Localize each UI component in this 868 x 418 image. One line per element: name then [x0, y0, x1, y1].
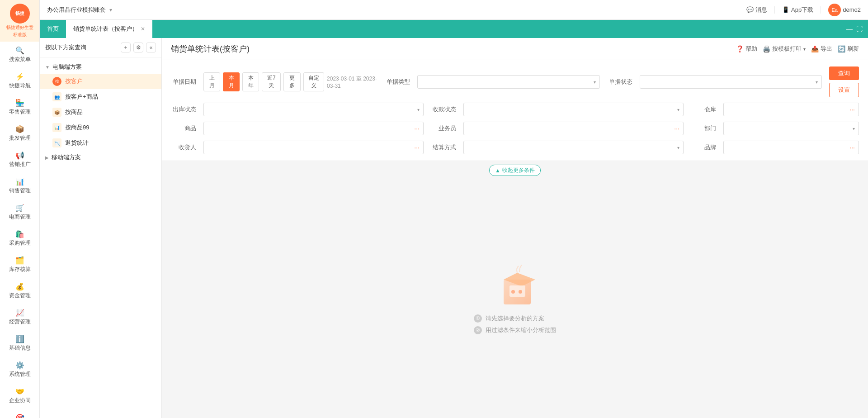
out-status-select[interactable]: ▾	[203, 103, 424, 116]
settings-scheme-button[interactable]: ⚙	[133, 43, 143, 52]
collapse-more-button[interactable]: ▲ 收起更多条件	[489, 165, 541, 176]
sidebar-item-wholesale[interactable]: 📦 批发管理	[0, 120, 39, 147]
sidebar-item-shortcut[interactable]: ⚡ 快捷导航	[0, 68, 39, 94]
tree-item-by-product99[interactable]: 📊 按商品99	[40, 120, 161, 135]
sidebar-item-label: 零售管理	[9, 108, 31, 116]
tab-sales-stats-label: 销货单统计表（按客户）	[73, 25, 138, 33]
date-btn-last-month[interactable]: 上月	[203, 72, 220, 91]
help-button[interactable]: ❓ 帮助	[736, 45, 757, 53]
collapse-up-icon: ▲	[495, 167, 500, 174]
sidebar-item-retail[interactable]: 🏪 零售管理	[0, 94, 39, 120]
sidebar-logo: 畅捷 畅捷通好生意 标准版	[0, 0, 39, 42]
brand-select[interactable]: ···	[723, 141, 859, 154]
tree-item-by-customer[interactable]: 按 按客户	[40, 74, 161, 89]
ecommerce-icon: 🛒	[15, 204, 24, 212]
header-divider2	[821, 6, 821, 14]
collapse-bar: ▲ 收起更多条件	[162, 161, 868, 180]
doc-status-label: 单据状态	[607, 78, 632, 86]
receipt-status-select[interactable]: ▾	[463, 103, 684, 116]
header-dropdown-arrow[interactable]: ▾	[109, 7, 112, 13]
template-print-button[interactable]: 🖨️ 按模板打印 ▾	[763, 45, 806, 53]
export-button[interactable]: 📤 导出	[811, 45, 832, 53]
sidebar-item-sales[interactable]: 📊 销售管理	[0, 173, 39, 199]
tree-item-label: 退货统计	[65, 139, 89, 147]
tab-bar-maximize-icon[interactable]: ⛶	[856, 25, 863, 33]
tab-home[interactable]: 首页	[40, 20, 66, 38]
doc-status-select[interactable]: ▾	[640, 75, 822, 89]
sidebar-item-enterprise[interactable]: 🤝 企业协同	[0, 383, 39, 409]
consignee-dots-icon[interactable]: ···	[414, 144, 420, 151]
date-range-display: 2023-03-01 至 2023-03-31	[327, 75, 377, 89]
app-download-button[interactable]: 📱 App下载	[782, 6, 813, 14]
help-icon: ❓	[736, 45, 744, 52]
collapse-panel-button[interactable]: «	[146, 43, 156, 52]
query-button[interactable]: 查询	[829, 66, 859, 80]
sidebar-item-marketing[interactable]: 📢 营销推广	[0, 147, 39, 173]
payment-label: 结算方式	[431, 143, 456, 152]
header-right: 💬 消息 📱 App下载 Ea demo2	[746, 4, 861, 16]
operation-icon: 📈	[15, 309, 24, 317]
doc-type-dropdown-icon: ▾	[594, 80, 596, 85]
filter-row-3: 商品 ··· 业务员 ··· 部门 ▾	[171, 122, 859, 135]
sidebar-item-newbie[interactable]: 🎯 新手引导	[0, 409, 39, 418]
date-btn-this-year[interactable]: 本年	[242, 72, 259, 91]
tab-bar: 首页 销货单统计表（按客户） ✕ — ⛶	[40, 20, 868, 38]
sidebar-item-inventory[interactable]: 🗂️ 库存核算	[0, 252, 39, 278]
tree-item-return-stats[interactable]: 📉 退货统计	[40, 135, 161, 151]
date-btn-this-month[interactable]: 本月	[223, 72, 240, 91]
tab-sales-stats[interactable]: 销货单统计表（按客户） ✕	[66, 20, 152, 38]
sidebar-item-basic[interactable]: ℹ️ 基础信息	[0, 330, 39, 356]
date-btn-more[interactable]: 更多	[283, 72, 300, 91]
refresh-button[interactable]: 🔄 刷新	[838, 45, 859, 53]
page-title-bar: 销货单统计表(按客户) ❓ 帮助 🖨️ 按模板打印 ▾ 📤 导出	[162, 38, 868, 60]
date-btn-custom[interactable]: 自定义	[303, 72, 325, 91]
filter-row-4: 收货人 ··· 结算方式 ▾ 品牌 ···	[171, 141, 859, 154]
warehouse-label: 仓库	[691, 105, 716, 114]
tree-desktop-parent[interactable]: ▼ 电脑端方案	[40, 60, 161, 74]
sidebar-item-label: 企业协同	[9, 397, 31, 404]
tree-item-by-product[interactable]: 📦 按商品	[40, 104, 161, 120]
out-status-label: 出库状态	[171, 105, 196, 114]
sidebar-item-operation[interactable]: 📈 经营管理	[0, 304, 39, 330]
warehouse-dots-icon[interactable]: ···	[849, 106, 855, 113]
by-product99-icon: 📊	[52, 123, 61, 132]
logo-icon: 畅捷	[10, 4, 30, 24]
sidebar-item-ecommerce[interactable]: 🛒 电商管理	[0, 199, 39, 225]
sidebar-item-finance[interactable]: 💰 资金管理	[0, 278, 39, 304]
sidebar-item-label: 采购管理	[9, 239, 31, 247]
sidebar-item-label: 电商管理	[9, 213, 31, 221]
doc-type-select[interactable]: ▾	[417, 75, 599, 89]
tree-item-label: 按客户+商品	[65, 93, 98, 101]
tree-item-by-customer-product[interactable]: 👥 按客户+商品	[40, 89, 161, 104]
user-profile[interactable]: Ea demo2	[828, 4, 861, 16]
product-select[interactable]: ···	[203, 122, 424, 135]
payment-select[interactable]: ▾	[463, 141, 684, 154]
message-label: 消息	[755, 6, 767, 14]
warehouse-select[interactable]: ···	[723, 103, 859, 116]
tab-bar-minimize-icon[interactable]: —	[846, 25, 853, 33]
sidebar-item-system[interactable]: ⚙️ 系统管理	[0, 356, 39, 383]
hint-text-1: 请先选择要分析的方案	[486, 314, 544, 323]
dept-select[interactable]: ▾	[723, 122, 859, 135]
sidebar-item-label: 营销推广	[9, 161, 31, 168]
brand-dots-icon[interactable]: ···	[849, 144, 855, 151]
enterprise-icon: 🤝	[15, 387, 24, 396]
settings-button[interactable]: 设置	[829, 83, 859, 97]
help-label: 帮助	[745, 45, 757, 53]
main-content: 办公用品行业模拟账套 ▾ 💬 消息 📱 App下载 Ea demo2	[40, 0, 868, 418]
avatar: Ea	[828, 4, 841, 16]
export-label: 导出	[821, 45, 832, 53]
product-dots-icon[interactable]: ···	[414, 125, 420, 132]
right-panel: 销货单统计表(按客户) ❓ 帮助 🖨️ 按模板打印 ▾ 📤 导出	[162, 38, 868, 418]
tab-close-icon[interactable]: ✕	[141, 26, 145, 32]
date-btn-last7[interactable]: 近7天	[262, 72, 281, 91]
tree-mobile-parent[interactable]: ▶ 移动端方案	[40, 151, 161, 164]
staff-select[interactable]: ···	[463, 122, 684, 135]
logo-text: 畅捷通好生意	[6, 24, 33, 31]
add-scheme-button[interactable]: +	[121, 43, 131, 52]
consignee-select[interactable]: ···	[203, 141, 424, 154]
message-button[interactable]: 💬 消息	[746, 6, 767, 14]
sidebar-item-search[interactable]: 🔍 搜索菜单	[0, 42, 39, 68]
sidebar-item-purchase[interactable]: 🛍️ 采购管理	[0, 225, 39, 252]
staff-dots-icon[interactable]: ···	[674, 125, 679, 132]
